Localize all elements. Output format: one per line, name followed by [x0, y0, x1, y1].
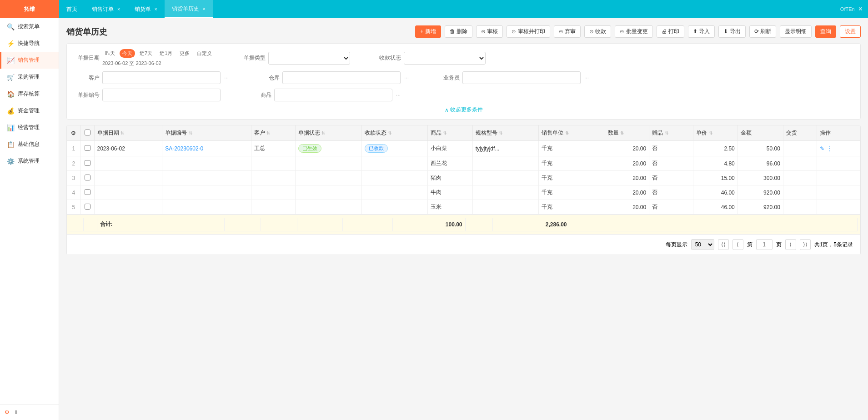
col-customer[interactable]: 客户 ⇅	[251, 125, 295, 141]
doc-no-input[interactable]	[102, 89, 221, 101]
cell-qty: 20.00	[605, 200, 649, 215]
page-num-input[interactable]	[756, 239, 773, 250]
row-checkbox[interactable]	[85, 175, 90, 180]
prev-page-btn[interactable]: ⟨	[733, 239, 743, 250]
cell-unit-price: 4.80	[693, 156, 738, 171]
sidebar-item-basic-info[interactable]: 📋 基础信息	[0, 136, 59, 153]
row-checkbox[interactable]	[85, 189, 90, 195]
edit-btn[interactable]: ✎	[820, 145, 824, 152]
cell-goods: 牛肉	[428, 185, 473, 200]
goods-input[interactable]	[274, 89, 392, 101]
sort-icon-unit-price: ⇅	[709, 130, 712, 135]
date-buttons-row: 昨天 今天 近7天 近1月 更多 自定义	[102, 49, 215, 58]
row-num: 2	[67, 156, 80, 171]
col-gift[interactable]: 赠品 ⇅	[649, 125, 693, 141]
show-detail-button[interactable]: 显示明细	[780, 25, 812, 38]
date-btn-yesterday[interactable]: 昨天	[102, 49, 118, 58]
warehouse-input[interactable]	[282, 71, 401, 84]
sort-icon-customer: ⇅	[266, 130, 270, 135]
sidebar-item-finance[interactable]: 💰 资金管理	[0, 102, 59, 119]
audit-print-button[interactable]: ⊙ 审核并打印	[507, 25, 550, 38]
col-doc-no[interactable]: 单据编号 ⇅	[162, 125, 251, 141]
nav-tab-sales-order[interactable]: 销售订单 ×	[85, 0, 127, 18]
per-page-label: 每页显示	[666, 241, 687, 249]
payment-status-select[interactable]	[404, 52, 486, 65]
collapse-button[interactable]: ∧ 收起更多条件	[445, 106, 483, 114]
per-page-select[interactable]: 50 100 200	[691, 239, 714, 250]
sidebar-item-purchase-mgmt[interactable]: 🛒 采购管理	[0, 69, 59, 85]
sidebar-bottom-icon2[interactable]: ⏸	[13, 409, 19, 415]
nav-tab-close-sales-goods[interactable]: ×	[155, 7, 157, 12]
col-payment-status[interactable]: 收款状态 ⇅	[361, 125, 428, 141]
col-spec[interactable]: 规格型号 ⇅	[472, 125, 539, 141]
goods-dots[interactable]: ···	[396, 92, 401, 98]
cell-customer	[251, 200, 295, 215]
col-qty[interactable]: 数量 ⇅	[605, 125, 649, 141]
col-unit[interactable]: 销售单位 ⇅	[539, 125, 605, 141]
import-button[interactable]: ⬆ 导入	[688, 25, 715, 38]
date-btn-today[interactable]: 今天	[120, 49, 135, 58]
col-goods[interactable]: 商品 ⇅	[428, 125, 473, 141]
audit-button[interactable]: ⊙ 审核	[476, 25, 503, 38]
first-page-btn[interactable]: ⟨⟨	[718, 239, 729, 250]
sort-icon-payment-status: ⇅	[388, 130, 391, 135]
customer-input[interactable]	[102, 71, 221, 84]
sidebar-item-operations[interactable]: 📊 经营管理	[0, 119, 59, 136]
cell-goods: 西兰花	[428, 156, 473, 171]
row-checkbox[interactable]	[85, 145, 90, 151]
more-btn[interactable]: ⋮	[827, 145, 833, 152]
nav-tab-close-sales-history[interactable]: ×	[203, 6, 206, 11]
sidebar-item-quick-nav[interactable]: ⚡ 快捷导航	[0, 35, 59, 52]
date-btn-1month[interactable]: 近1月	[157, 49, 175, 58]
next-page-btn[interactable]: ⟩	[785, 239, 796, 250]
cell-action	[817, 156, 860, 171]
sidebar-item-inventory[interactable]: 🏠 库存核算	[0, 85, 59, 102]
nav-tab-close-sales-order[interactable]: ×	[117, 7, 120, 12]
batch-change-button[interactable]: ⊙ 批量变更	[615, 25, 652, 38]
col-doc-status[interactable]: 单据状态 ⇅	[295, 125, 361, 141]
sidebar-item-search-menu[interactable]: 🔍 搜索菜单	[0, 18, 59, 35]
customer-dots[interactable]: ···	[224, 75, 229, 81]
cell-goods: 猪肉	[428, 171, 473, 185]
cell-payment-status	[361, 171, 428, 185]
sidebar-item-system-mgmt[interactable]: ⚙️ 系统管理	[0, 153, 59, 170]
sort-icon-unit: ⇅	[565, 130, 569, 135]
row-checkbox[interactable]	[85, 160, 90, 166]
select-all-checkbox[interactable]	[85, 130, 90, 135]
last-page-btn[interactable]: ⟩⟩	[800, 239, 811, 250]
nav-tab-sales-goods[interactable]: 销货单 ×	[127, 0, 165, 18]
nav-tab-sales-history[interactable]: 销货单历史 ×	[165, 0, 213, 18]
new-button[interactable]: + 新增	[415, 25, 441, 38]
col-unit-price[interactable]: 单价 ⇅	[693, 125, 738, 141]
delete-button[interactable]: 🗑 删除	[445, 25, 472, 38]
warehouse-dots[interactable]: ···	[404, 75, 409, 81]
main-content: 销货单历史 + 新增 🗑 删除 ⊙ 审核 ⊙ 审核并打印 ⊙ 弃审 ⊙ 收款 ⊙…	[59, 18, 868, 420]
collect-button[interactable]: ⊙ 收款	[584, 25, 611, 38]
salesman-input[interactable]	[462, 71, 581, 84]
footer-doc-no	[138, 218, 188, 231]
sidebar-item-sales-mgmt[interactable]: 📈 销售管理	[0, 52, 59, 69]
cell-doc-no	[162, 200, 251, 215]
salesman-dots[interactable]: ···	[584, 75, 589, 81]
date-btn-custom[interactable]: 自定义	[194, 49, 215, 58]
date-btn-7days[interactable]: 近7天	[137, 49, 155, 58]
refresh-button[interactable]: ⟳ 刷新	[749, 25, 776, 38]
doc-no-link[interactable]: SA-20230602-0	[165, 145, 203, 152]
abandon-button[interactable]: ⊙ 弃审	[554, 25, 581, 38]
row-checkbox[interactable]	[85, 204, 90, 210]
print-button[interactable]: 🖨 打印	[657, 25, 684, 38]
export-button[interactable]: ⬇ 导出	[718, 25, 745, 38]
date-btn-more[interactable]: 更多	[177, 49, 192, 58]
footer-checkbox	[83, 218, 97, 231]
col-gear[interactable]: ⚙	[67, 125, 80, 141]
footer-row: 合计: 100.00	[70, 218, 858, 231]
footer-customer	[188, 218, 224, 231]
table-row: 4 牛肉 千克 20.00 否 46.00 920.00	[67, 185, 860, 200]
sidebar-bottom-icon1[interactable]: ⚙	[5, 409, 10, 415]
col-doc-date[interactable]: 单据日期 ⇅	[94, 125, 162, 141]
window-close-btn[interactable]: ×	[858, 5, 863, 13]
query-button[interactable]: 查询	[815, 25, 836, 38]
doc-type-select[interactable]	[268, 52, 350, 65]
settings-button[interactable]: 设置	[840, 25, 861, 38]
nav-tab-home[interactable]: 首页	[59, 0, 85, 18]
